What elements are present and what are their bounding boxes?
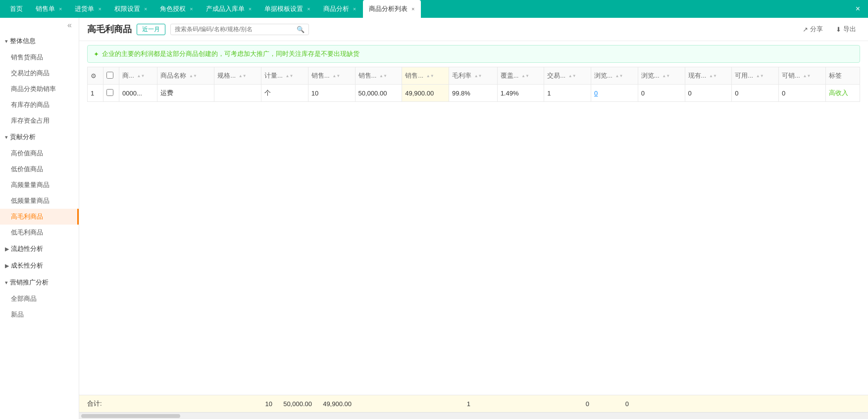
sidebar-group-marketing[interactable]: ▾ 营销推广分析 [0,274,79,291]
col-sales-amount[interactable]: 销售... ▲▼ [355,67,402,85]
nav-role-close[interactable]: × [190,0,193,18]
col-unit[interactable]: 计量... ▲▼ [261,67,308,85]
sidebar-group-trend[interactable]: ▶ 流趋性分析 [0,240,79,257]
sidebar-item-inventory-capital[interactable]: 库存资金占用 [0,113,79,129]
share-button[interactable]: ↗ 分享 [799,23,827,36]
horizontal-scrollbar[interactable] [79,412,868,419]
period-button[interactable]: 近一月 [137,24,165,35]
col-sales-cost[interactable]: 销售... ▲▼ [402,67,449,85]
nav-template[interactable]: 单据模板设置 × [258,0,316,18]
footer-label: 合计: [87,399,117,408]
col-tag[interactable]: 标签 [825,67,860,85]
footer-browse1 [473,400,513,408]
footer-browse2 [513,400,553,408]
cell-sku-name: 运费 [157,85,214,102]
sort-icon-4: ▲▼ [286,74,294,78]
sidebar-group-profit[interactable]: ▾ 贡献分析 [0,129,79,145]
footer-coverage-spacer [394,400,434,408]
col-settings[interactable]: ⚙ [88,67,103,85]
cell-sellable: 0 [779,85,826,102]
table-container: ⚙ 商... ▲▼ 商品名称 ▲▼ [79,67,868,395]
nav-purchase[interactable]: 进货单 × [69,0,107,18]
nav-permission-close[interactable]: × [144,0,147,18]
sort-icon-12: ▲▼ [662,74,670,78]
nav-template-close[interactable]: × [307,0,310,18]
arrow-right-icon-2: ▶ [5,263,9,269]
info-banner: ✦ 企业的主要的利润都是这部分商品创建的，可考虑加大推广，同时关注库存是不要出现… [87,45,860,63]
nav-analysis[interactable]: 商品分析 × [317,0,362,18]
sidebar-item-low-freq[interactable]: 低频量量商品 [0,193,79,209]
sidebar: « ▾ 整体信息 销售货商品 交易过的商品 商品分类助销率 有库存的商品 库存资… [0,18,79,419]
sidebar-item-inventory-goods[interactable]: 有库存的商品 [0,97,79,113]
nav-permission[interactable]: 权限设置 × [108,0,153,18]
sidebar-item-low-margin[interactable]: 低毛利商品 [0,225,79,240]
sort-icon-5: ▲▼ [332,74,340,78]
sidebar-group-growth[interactable]: ▶ 成长性分析 [0,257,79,274]
tag-label: 高收入 [829,89,848,96]
search-icon[interactable]: 🔍 [297,26,305,33]
col-sku-code[interactable]: 商... ▲▼ [119,67,157,85]
nav-analysis-list-close[interactable]: × [411,0,414,18]
footer-cells: 10 50,000.00 49,900.00 1 0 0 [117,400,860,408]
sort-icon-15: ▲▼ [803,74,811,78]
cell-gross-rate: 99.8% [449,85,498,102]
sidebar-item-high-value[interactable]: 高价值商品 [0,145,79,161]
col-checkbox[interactable] [103,67,119,85]
cell-unit: 个 [261,85,308,102]
col-sku-name[interactable]: 商品名称 ▲▼ [157,67,214,85]
col-sellable[interactable]: 可销... ▲▼ [779,67,826,85]
row-checkbox[interactable] [106,89,113,96]
cell-checkbox[interactable] [103,85,119,102]
select-all-checkbox[interactable] [106,72,113,79]
col-spec[interactable]: 规格... ▲▼ [214,67,261,85]
col-available[interactable]: 可用... ▲▼ [732,67,779,85]
sort-icon-6: ▲▼ [379,74,387,78]
nav-product-entry[interactable]: 产成品入库单 × [200,0,257,18]
export-icon: ⬇ [836,26,841,33]
nav-sales[interactable]: 销售单 × [30,0,68,18]
data-table: ⚙ 商... ▲▼ 商品名称 ▲▼ [87,67,860,102]
cell-sales-amount: 50,000.00 [355,85,402,102]
sort-icon-2: ▲▼ [189,74,197,78]
col-coverage[interactable]: 覆盖... ▲▼ [497,67,544,85]
col-browse2[interactable]: 浏览... ▲▼ [638,67,685,85]
nav-sales-close[interactable]: × [59,0,62,18]
nav-role[interactable]: 角色授权 × [154,0,199,18]
cell-browse1[interactable]: 0 [591,85,638,102]
cell-row-num: 1 [88,85,103,102]
col-current-stock[interactable]: 现有... ▲▼ [685,67,732,85]
export-button[interactable]: ⬇ 导出 [832,23,860,36]
sidebar-item-high-margin[interactable]: 高毛利商品 [0,209,79,225]
sidebar-item-traded-goods[interactable]: 交易过的商品 [0,65,79,81]
sidebar-collapse-button[interactable]: « [64,20,75,31]
sidebar-item-low-value[interactable]: 低价值商品 [0,161,79,177]
nav-home[interactable]: 首页 [4,0,29,18]
sidebar-group-marketing-items: 全部商品 新品 [0,291,79,323]
sort-icon-14: ▲▼ [756,74,764,78]
sidebar-item-all-goods[interactable]: 全部商品 [0,291,79,307]
page-title: 高毛利商品 [87,23,132,35]
sidebar-group-overall[interactable]: ▾ 整体信息 [0,33,79,49]
cell-trade-count: 1 [544,85,591,102]
nav-purchase-close[interactable]: × [98,0,101,18]
scroll-thumb[interactable] [81,414,180,418]
sidebar-group-overall-items: 销售货商品 交易过的商品 商品分类助销率 有库存的商品 库存资金占用 [0,49,79,129]
footer-sales-cost: 49,900.00 [315,400,355,408]
col-sales-qty[interactable]: 销售... ▲▼ [308,67,355,85]
sidebar-item-analysis-rate[interactable]: 商品分类助销率 [0,81,79,97]
cell-sales-cost: 49,900.00 [402,85,449,102]
search-input[interactable] [175,26,294,33]
col-browse1[interactable]: 浏览... ▲▼ [591,67,638,85]
footer-current-stock: 0 [553,400,592,408]
sidebar-item-sales-goods[interactable]: 销售货商品 [0,49,79,65]
nav-analysis-close[interactable]: × [353,0,356,18]
arrow-down-icon-2: ▾ [5,134,8,140]
nav-analysis-list[interactable]: 商品分析列表 × [363,0,420,18]
sidebar-item-new-goods[interactable]: 新品 [0,307,79,323]
app-close-button[interactable]: × [852,4,864,13]
col-gross-rate[interactable]: 毛利率 ▲▼ [449,67,498,85]
footer-trade-count: 1 [434,400,473,408]
col-trade-count[interactable]: 交易... ▲▼ [544,67,591,85]
nav-product-entry-close[interactable]: × [249,0,252,18]
sidebar-item-high-freq[interactable]: 高频量量商品 [0,177,79,193]
